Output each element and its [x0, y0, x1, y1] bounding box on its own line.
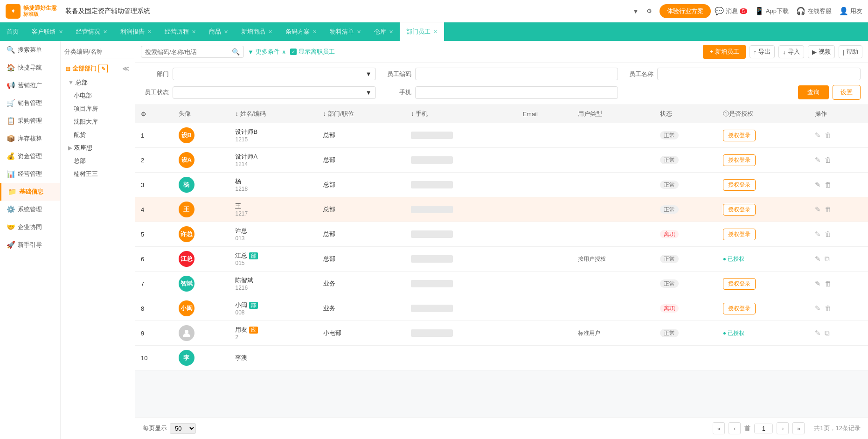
tab-goods[interactable]: 商品✕ — [202, 22, 235, 41]
auth-button[interactable]: 授权登录 — [723, 229, 756, 240]
col-settings[interactable]: ⚙ — [135, 105, 173, 123]
close-icon[interactable]: ✕ — [312, 29, 317, 35]
sidebar-item-nav[interactable]: 🏠 快捷导航 — [0, 59, 60, 77]
close-icon[interactable]: ✕ — [433, 29, 437, 35]
close-icon[interactable]: ✕ — [357, 29, 361, 35]
delete-icon[interactable]: 🗑 — [825, 181, 832, 189]
dept-node-peihuo[interactable]: 配货 — [64, 128, 131, 141]
empcode-input[interactable] — [415, 68, 618, 80]
first-page-btn[interactable]: « — [713, 422, 725, 434]
help-btn[interactable]: | 帮助 — [839, 45, 862, 58]
delete-icon[interactable]: 🗑 — [825, 131, 832, 139]
edit-icon[interactable]: ✎ — [815, 131, 821, 139]
dept-node-nanshuwang[interactable]: 楠树王三 — [64, 167, 131, 181]
sidebar-item-business[interactable]: 📊 经营管理 — [0, 165, 60, 183]
edit-icon[interactable]: ✎ — [815, 279, 821, 288]
dept-node-xiaodian[interactable]: 小电部 — [64, 89, 131, 102]
show-resigned-toggle[interactable]: ✓ 显示离职员工 — [290, 48, 335, 56]
dept-node-root[interactable]: ▼ 总部 — [64, 76, 131, 89]
phone-input[interactable] — [415, 86, 618, 99]
online-service-btn[interactable]: 🎧 在线客服 — [796, 7, 832, 15]
sidebar-item-system[interactable]: ⚙️ 系统管理 — [0, 201, 60, 218]
settings-icon[interactable]: ⚙ — [643, 5, 656, 18]
dept-node-shuangzuo[interactable]: ▶ 双座想 — [64, 141, 131, 154]
prev-page-btn[interactable]: ‹ — [729, 422, 741, 434]
sidebar-item-marketing[interactable]: 📢 营销推广 — [0, 77, 60, 94]
system-dropdown-btn[interactable]: ▼ — [632, 7, 639, 15]
search-input[interactable] — [145, 49, 229, 56]
delete-icon[interactable]: 🗑 — [825, 279, 832, 288]
tab-add-goods[interactable]: 新增商品✕ — [235, 22, 279, 41]
tab-home[interactable]: 首页 — [0, 22, 25, 41]
delete-icon[interactable]: 🗑 — [825, 230, 832, 238]
close-icon[interactable]: ✕ — [103, 29, 107, 35]
message-btn[interactable]: 💬 消息 5 — [715, 7, 747, 15]
sidebar-item-finance[interactable]: 💰 资金管理 — [0, 147, 60, 165]
sidebar-item-inventory[interactable]: 📦 库存核算 — [0, 130, 60, 147]
sidebar-item-purchase[interactable]: 📋 采购管理 — [0, 112, 60, 130]
tab-employees[interactable]: 部门员工✕ — [400, 22, 444, 41]
reset-btn[interactable]: 设置 — [833, 85, 861, 100]
col-phone[interactable]: ↕ 手机 — [405, 105, 517, 123]
empname-input[interactable] — [657, 68, 861, 80]
filter-btn[interactable]: ▼ 更多条件 ∧ — [248, 48, 286, 56]
close-icon[interactable]: ✕ — [147, 29, 152, 35]
close-icon[interactable]: ✕ — [389, 29, 393, 35]
dept-collapse-btn[interactable]: ≪ — [121, 64, 130, 73]
delete-icon[interactable]: 🗑 — [825, 205, 832, 214]
add-employee-btn[interactable]: + 新增员工 — [703, 45, 745, 59]
edit-icon[interactable]: ✎ — [815, 304, 821, 313]
auth-button[interactable]: 授权登录 — [723, 204, 756, 216]
auth-button[interactable]: 授权登录 — [723, 278, 756, 290]
auth-button[interactable]: 授权登录 — [723, 130, 756, 141]
tab-customer[interactable]: 客户联络✕ — [25, 22, 69, 41]
delete-icon[interactable]: 🗑 — [825, 156, 832, 164]
try-btn[interactable]: 体验行业方案 — [660, 4, 711, 18]
edit-icon[interactable]: ✎ — [815, 205, 821, 214]
export-btn[interactable]: ↑ 导出 — [750, 45, 775, 58]
per-page-select[interactable]: 50 100 — [170, 423, 196, 434]
edit-icon[interactable]: ✎ — [815, 255, 821, 263]
auth-button[interactable]: 授权登录 — [723, 303, 756, 314]
tab-barcode[interactable]: 条码方案✕ — [279, 22, 323, 41]
auth-button[interactable]: 授权登录 — [723, 154, 756, 166]
dept-search-input[interactable] — [64, 48, 135, 55]
tab-operation[interactable]: 经营情况✕ — [69, 22, 114, 41]
close-icon[interactable]: ✕ — [192, 29, 196, 35]
user-btn[interactable]: 👤 用友 — [839, 7, 862, 15]
tab-warehouse[interactable]: 仓库✕ — [368, 22, 400, 41]
close-icon[interactable]: ✕ — [268, 29, 272, 35]
sidebar-item-sales[interactable]: 🛒 销售管理 — [0, 94, 60, 112]
edit-icon[interactable]: ✎ — [815, 156, 821, 164]
sidebar-item-guide[interactable]: 🚀 新手引导 — [0, 236, 60, 254]
copy-icon[interactable]: ⧉ — [825, 329, 830, 337]
dept-node-shenyang[interactable]: 沈阳大库 — [64, 115, 131, 128]
sidebar-item-search[interactable]: 🔍 搜索菜单 — [0, 41, 60, 59]
col-name[interactable]: ↕ 姓名/编码 — [229, 105, 317, 123]
last-page-btn[interactable]: » — [792, 422, 805, 434]
edit-icon[interactable]: ✎ — [815, 181, 821, 189]
tab-profit[interactable]: 利润报告✕ — [114, 22, 158, 41]
tab-bom[interactable]: 物料清单✕ — [323, 22, 368, 41]
close-icon[interactable]: ✕ — [59, 29, 63, 35]
close-icon[interactable]: ✕ — [224, 29, 228, 35]
sidebar-item-basic[interactable]: 📁 基础信息 — [0, 183, 60, 201]
tab-history[interactable]: 经营历程✕ — [158, 22, 202, 41]
import-btn[interactable]: ↓ 导入 — [778, 45, 804, 58]
empstatus-select[interactable]: ▼ — [173, 86, 376, 99]
edit-icon[interactable]: ✎ — [815, 230, 821, 238]
dept-node-zongbu[interactable]: 总部 — [64, 154, 131, 167]
page-input[interactable] — [754, 424, 773, 433]
dept-edit-btn[interactable]: ✎ — [98, 64, 108, 73]
delete-icon[interactable]: 🗑 — [825, 304, 832, 313]
app-download-btn[interactable]: 📱 App下载 — [755, 7, 789, 15]
col-dept[interactable]: ↕ 部门/职位 — [318, 105, 405, 123]
edit-icon[interactable]: ✎ — [815, 329, 821, 337]
sidebar-item-collab[interactable]: 🤝 企业协同 — [0, 218, 60, 236]
dept-select[interactable]: ▼ — [173, 68, 376, 80]
next-page-btn[interactable]: › — [777, 422, 789, 434]
view-btn[interactable]: ▶ 视频 — [808, 45, 835, 58]
auth-button[interactable]: 授权登录 — [723, 179, 756, 191]
query-btn[interactable]: 查询 — [798, 85, 829, 99]
dept-node-project[interactable]: 项目库房 — [64, 102, 131, 115]
